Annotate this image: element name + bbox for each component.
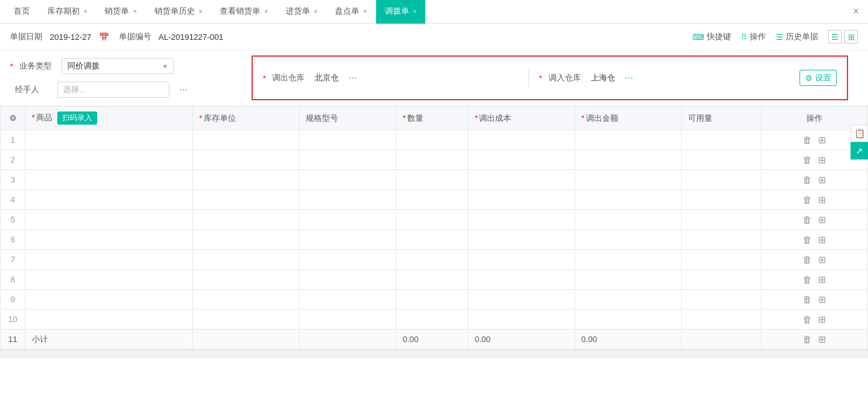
cell-available-2[interactable]: [681, 150, 761, 170]
copy-row-4[interactable]: ⊞: [818, 194, 826, 205]
cell-unit-5[interactable]: [192, 210, 299, 230]
cell-available-10[interactable]: [681, 310, 761, 330]
calendar-icon[interactable]: 📅: [99, 32, 109, 42]
delete-row-1[interactable]: 🗑: [803, 135, 812, 145]
cell-unit-9[interactable]: [192, 290, 299, 310]
cell-cost-7[interactable]: [468, 250, 575, 270]
close-tab-sales-order[interactable]: ×: [133, 7, 136, 15]
cell-goods-10[interactable]: [26, 310, 193, 330]
cell-amount-3[interactable]: [575, 170, 681, 190]
cell-qty-10[interactable]: [396, 310, 468, 330]
cell-qty-6[interactable]: [396, 230, 468, 250]
cell-unit-3[interactable]: [192, 170, 299, 190]
cell-spec-5[interactable]: [299, 210, 396, 230]
cell-goods-8[interactable]: [26, 270, 193, 290]
handler-select[interactable]: 选择...: [57, 82, 169, 98]
cell-qty-3[interactable]: [396, 170, 468, 190]
delete-row-11[interactable]: 🗑: [803, 334, 812, 345]
date-value[interactable]: 2019-12-27: [50, 32, 92, 42]
cell-unit-8[interactable]: [192, 270, 299, 290]
delete-row-2[interactable]: 🗑: [803, 155, 812, 165]
cell-qty-4[interactable]: [396, 190, 468, 210]
cell-unit-7[interactable]: [192, 250, 299, 270]
copy-row-11[interactable]: ⊞: [818, 334, 826, 345]
tab-sales-history[interactable]: 销货单历史 ×: [146, 0, 211, 24]
copy-row-1[interactable]: ⊞: [818, 135, 826, 145]
close-tab-transfer[interactable]: ×: [413, 7, 417, 15]
tab-view-sales[interactable]: 查看销货单 ×: [211, 0, 276, 24]
cell-available-4[interactable]: [681, 190, 761, 210]
delete-row-5[interactable]: 🗑: [803, 214, 812, 225]
cell-amount-1[interactable]: [575, 130, 681, 150]
col-gear[interactable]: ⚙: [1, 107, 26, 130]
cell-spec-3[interactable]: [299, 170, 396, 190]
cell-qty-2[interactable]: [396, 150, 468, 170]
copy-row-6[interactable]: ⊞: [818, 234, 826, 245]
cell-unit-1[interactable]: [192, 130, 299, 150]
cell-cost-8[interactable]: [468, 270, 575, 290]
cell-qty-9[interactable]: [396, 290, 468, 310]
cell-unit-2[interactable]: [192, 150, 299, 170]
delete-row-10[interactable]: 🗑: [803, 314, 812, 325]
close-all-tabs[interactable]: ×: [849, 5, 863, 18]
delete-row-9[interactable]: 🗑: [803, 294, 812, 305]
cell-available-9[interactable]: [681, 290, 761, 310]
cell-qty-5[interactable]: [396, 210, 468, 230]
copy-row-9[interactable]: ⊞: [818, 294, 826, 305]
copy-row-7[interactable]: ⊞: [818, 254, 826, 265]
settings-button[interactable]: ⚙ 设置: [800, 70, 837, 86]
copy-row-2[interactable]: ⊞: [818, 155, 826, 165]
transfer-in-more-btn[interactable]: ···: [625, 72, 633, 83]
tab-transfer[interactable]: 调拨单 ×: [376, 0, 425, 24]
cell-spec-4[interactable]: [299, 190, 396, 210]
view-toggle-list[interactable]: ☰: [828, 30, 842, 44]
delete-row-7[interactable]: 🗑: [803, 254, 812, 265]
cell-available-6[interactable]: [681, 230, 761, 250]
delete-row-8[interactable]: 🗑: [803, 274, 812, 285]
cell-unit-6[interactable]: [192, 230, 299, 250]
cell-spec-9[interactable]: [299, 290, 396, 310]
copy-row-5[interactable]: ⊞: [818, 214, 826, 225]
cell-spec-10[interactable]: [299, 310, 396, 330]
cell-cost-10[interactable]: [468, 310, 575, 330]
cell-qty-8[interactable]: [396, 270, 468, 290]
shortcuts-action[interactable]: ⌨ 快捷键: [692, 31, 731, 42]
cell-amount-9[interactable]: [575, 290, 681, 310]
cell-amount-6[interactable]: [575, 230, 681, 250]
operations-action[interactable]: ⠿ 操作: [741, 31, 766, 42]
handler-more-btn[interactable]: ···: [179, 84, 187, 95]
transfer-in-value[interactable]: 上海仓: [591, 72, 615, 83]
cell-spec-1[interactable]: [299, 130, 396, 150]
cell-amount-4[interactable]: [575, 190, 681, 210]
delete-row-4[interactable]: 🗑: [803, 194, 812, 205]
cell-goods-3[interactable]: [26, 170, 193, 190]
cell-cost-6[interactable]: [468, 230, 575, 250]
cell-available-8[interactable]: [681, 270, 761, 290]
cell-cost-4[interactable]: [468, 190, 575, 210]
cell-cost-3[interactable]: [468, 170, 575, 190]
scan-input-btn[interactable]: 扫码录入: [57, 112, 97, 125]
cell-goods-5[interactable]: [26, 210, 193, 230]
copy-row-10[interactable]: ⊞: [818, 314, 826, 325]
cell-spec-6[interactable]: [299, 230, 396, 250]
tab-home[interactable]: 首页: [5, 0, 39, 24]
cell-goods-11[interactable]: 小计: [26, 330, 193, 350]
cell-spec-8[interactable]: [299, 270, 396, 290]
cell-goods-9[interactable]: [26, 290, 193, 310]
cell-goods-6[interactable]: [26, 230, 193, 250]
view-toggle-grid[interactable]: ⊞: [844, 30, 858, 44]
copy-row-8[interactable]: ⊞: [818, 274, 826, 285]
sidebar-expand-icon[interactable]: ↗: [851, 142, 868, 159]
cell-spec-7[interactable]: [299, 250, 396, 270]
close-tab-stocktake[interactable]: ×: [363, 7, 367, 15]
cell-cost-1[interactable]: [468, 130, 575, 150]
transfer-out-value[interactable]: 北京仓: [314, 72, 339, 83]
close-tab-inventory-init[interactable]: ×: [83, 7, 87, 15]
sidebar-notes-icon[interactable]: 📋: [851, 125, 868, 142]
cell-spec-11[interactable]: [299, 330, 396, 350]
cell-qty-1[interactable]: [396, 130, 468, 150]
history-action[interactable]: ☰ 历史单据: [776, 31, 818, 42]
cell-cost-2[interactable]: [468, 150, 575, 170]
cell-goods-4[interactable]: [26, 190, 193, 210]
cell-amount-8[interactable]: [575, 270, 681, 290]
